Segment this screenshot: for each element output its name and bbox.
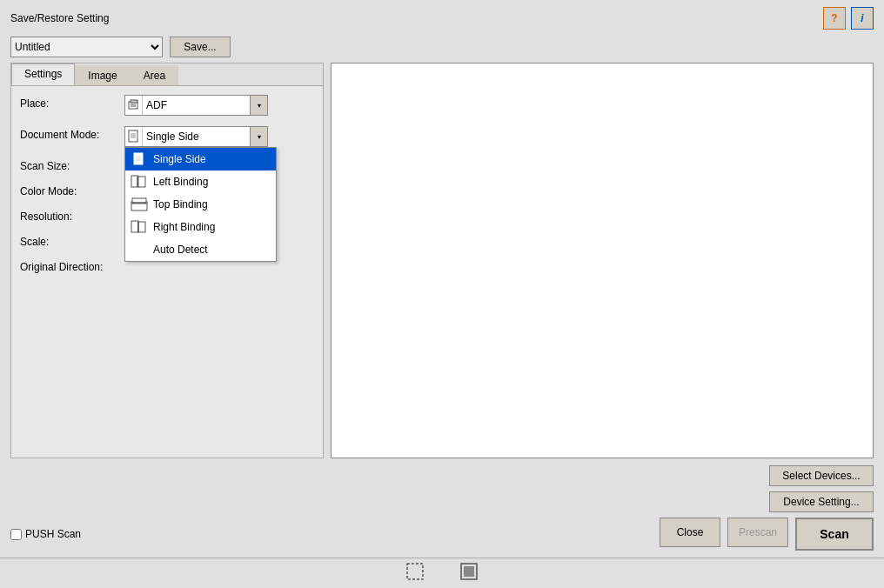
svg-rect-13 (138, 177, 145, 187)
svg-rect-1 (131, 100, 137, 103)
svg-rect-8 (134, 153, 143, 164)
tab-image[interactable]: Image (75, 65, 130, 85)
original-direction-label: Original Direction: (20, 258, 124, 273)
dropdown-single-side-icon (131, 151, 148, 167)
scan-row: PUSH Scan Close Prescan Scan (10, 518, 874, 551)
place-value: ADF (143, 99, 250, 111)
document-mode-label: Document Mode: (20, 126, 124, 141)
dropdown-left-binding-icon (131, 174, 148, 190)
document-mode-control[interactable]: Single Side ▾ (124, 126, 314, 147)
top-bar: Save/Restore Setting ? i (0, 0, 884, 37)
dropdown-item-top-binding[interactable]: Top Binding (125, 193, 276, 216)
help-icon-btn[interactable]: ? (823, 7, 846, 30)
bottom-area: Select Devices... Device Setting... PUSH… (0, 458, 884, 558)
status-icon-2 (459, 562, 479, 585)
scan-size-label: Scan Size: (20, 157, 124, 172)
preview-area (331, 63, 874, 458)
tabs-section: Settings Image Area Place: (10, 63, 324, 458)
dropdown-top-binding-icon (131, 197, 148, 212)
content-area: Settings Image Area Place: (0, 63, 884, 458)
svg-rect-19 (138, 222, 145, 232)
top-icons: ? i (823, 7, 874, 30)
dropdown-label-top-binding: Top Binding (153, 198, 208, 210)
place-row: Place: (20, 95, 314, 116)
place-combobox[interactable]: ADF ▾ (124, 95, 268, 116)
dropdown-label-single-side: Single Side (153, 153, 206, 165)
device-setting-row: Device Setting... (10, 491, 874, 512)
scale-label: Scale: (20, 233, 124, 248)
save-restore-select[interactable]: Untitled (10, 37, 163, 57)
status-icon-1 (405, 562, 425, 585)
adf-icon (125, 96, 143, 115)
left-panel: Settings Image Area Place: (10, 63, 324, 458)
document-mode-arrow[interactable]: ▾ (250, 127, 267, 146)
settings-tab-content: Place: (11, 86, 323, 458)
document-mode-combobox[interactable]: Single Side ▾ (124, 126, 268, 147)
dropdown-item-single-side[interactable]: Single Side (125, 148, 276, 170)
svg-rect-23 (464, 566, 474, 577)
dropdown-item-auto-detect[interactable]: Auto Detect (125, 238, 276, 261)
save-restore-section: Save/Restore Setting (10, 12, 109, 24)
dropdown-item-left-binding[interactable]: Left Binding (125, 170, 276, 193)
tab-bar: Settings Image Area (11, 63, 323, 86)
device-setting-button[interactable]: Device Setting... (769, 491, 874, 512)
place-label: Place: (20, 95, 124, 110)
device-buttons-row: Select Devices... (10, 465, 874, 486)
status-bar (0, 558, 884, 588)
dropdown-label-auto-detect: Auto Detect (153, 244, 208, 256)
place-control: ADF ▾ (124, 95, 314, 116)
color-mode-label: Color Mode: (20, 183, 124, 197)
dropdown-label-right-binding: Right Binding (153, 221, 215, 233)
dropdown-label-left-binding: Left Binding (153, 176, 208, 188)
dropdown-auto-detect-spacer (131, 242, 148, 257)
resolution-label: Resolution: (20, 208, 124, 223)
close-button[interactable]: Close (660, 518, 720, 547)
tab-area[interactable]: Area (131, 65, 178, 85)
svg-rect-21 (407, 564, 423, 579)
place-arrow[interactable]: ▾ (250, 96, 267, 115)
document-mode-value: Single Side (143, 130, 250, 143)
push-scan-checkbox[interactable] (10, 529, 22, 540)
main-action-buttons: Close Prescan Scan (660, 518, 874, 551)
select-devices-button[interactable]: Select Devices... (769, 465, 874, 486)
document-mode-row: Document Mode: (20, 126, 314, 147)
main-window: Save/Restore Setting ? i Untitled Save..… (0, 0, 884, 588)
svg-rect-18 (131, 221, 138, 232)
single-side-icon (125, 127, 143, 146)
dropdown-item-right-binding[interactable]: Right Binding (125, 216, 276, 238)
push-scan-label[interactable]: PUSH Scan (10, 528, 81, 540)
document-mode-dropdown[interactable]: Single Side (124, 147, 277, 262)
save-restore-row: Untitled Save... (0, 37, 884, 63)
scan-button[interactable]: Scan (795, 518, 874, 551)
info-icon-btn[interactable]: i (851, 7, 874, 30)
info-icon: i (861, 12, 863, 24)
save-button[interactable]: Save... (170, 37, 231, 57)
tab-settings[interactable]: Settings (11, 63, 75, 85)
save-restore-label: Save/Restore Setting (10, 12, 109, 24)
dropdown-right-binding-icon (131, 219, 148, 235)
prescan-button[interactable]: Prescan (727, 518, 788, 547)
svg-rect-4 (129, 130, 137, 142)
question-icon: ? (831, 12, 837, 24)
